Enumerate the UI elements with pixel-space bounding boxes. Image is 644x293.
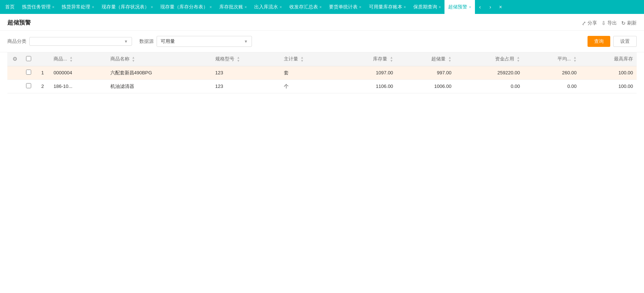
sort-capital-icon: ▲▼ — [517, 56, 520, 63]
nav-item-9[interactable]: 可用量库存账本 × — [365, 0, 410, 14]
nav-item-7[interactable]: 收发存汇总表 × — [286, 0, 325, 14]
table-header-row: ⚙ 商品... ▲▼ 商品名称 ▲▼ 规格型号 — [7, 52, 637, 66]
gear-icon[interactable]: ⚙ — [12, 56, 17, 62]
row1-code: 0000004 — [50, 66, 107, 79]
nav-next-arrow[interactable]: › — [485, 0, 495, 14]
category-label: 商品分类 — [7, 38, 26, 45]
col-checkbox-header — [22, 52, 35, 66]
row1-checkbox-cell — [22, 66, 35, 79]
category-select[interactable]: ▼ — [29, 37, 132, 46]
nav-close-7[interactable]: × — [319, 5, 322, 9]
col-name-header[interactable]: 商品名称 ▲▼ — [107, 52, 212, 66]
setting-button[interactable]: 设置 — [613, 36, 637, 47]
col-overstock-header[interactable]: 超储量 ▲▼ — [397, 52, 455, 66]
table-row: 2 186-10... 机油滤清器 123 个 1106.00 1006.00 … — [7, 79, 637, 93]
category-filter-group: 商品分类 ▼ — [7, 37, 132, 46]
select-all-checkbox[interactable] — [26, 56, 31, 61]
nav-item-1[interactable]: 拣货任务管理 × — [18, 0, 58, 14]
nav-close-6[interactable]: × — [279, 5, 282, 9]
nav-item-5[interactable]: 库存批次账 × — [216, 0, 250, 14]
row2-unit: 个 — [280, 79, 339, 93]
nav-item-home[interactable]: 首页 — [1, 0, 18, 14]
sort-code-icon: ▲▼ — [69, 56, 73, 63]
nav-item-6[interactable]: 出入库流水 × — [250, 0, 285, 14]
main-table: ⚙ 商品... ▲▼ 商品名称 ▲▼ 规格型号 — [7, 52, 637, 93]
row2-capital: 0.00 — [455, 79, 524, 93]
datasource-select[interactable]: 可用量 ▼ — [157, 36, 252, 47]
col-code-header[interactable]: 商品... ▲▼ — [50, 52, 107, 66]
filter-actions: 查询 设置 — [588, 36, 637, 47]
row2-index: 2 — [35, 79, 50, 93]
row2-gear — [7, 79, 22, 93]
refresh-icon: ↻ — [621, 20, 626, 26]
row1-capital: 259220.00 — [455, 66, 524, 79]
nav-item-8[interactable]: 要货单统计表 × — [325, 0, 365, 14]
row1-index: 1 — [35, 66, 50, 79]
category-chevron-icon: ▼ — [124, 39, 128, 44]
datasource-chevron-icon: ▼ — [244, 39, 248, 44]
row1-stock: 1097.00 — [339, 66, 397, 79]
sort-stock-icon: ▲▼ — [390, 56, 393, 63]
filter-area: 商品分类 ▼ 数据源 可用量 ▼ 查询 设置 — [0, 31, 644, 52]
col-avg-header[interactable]: 平均... ▲▼ — [524, 52, 581, 66]
nav-close-3[interactable]: × — [151, 5, 153, 9]
row1-avg: 260.00 — [524, 66, 581, 79]
row2-name: 机油滤清器 — [107, 79, 212, 93]
col-index-header — [35, 52, 50, 66]
nav-close-11[interactable]: × — [469, 5, 471, 9]
export-button[interactable]: ⇩ 导出 — [601, 20, 617, 26]
share-button[interactable]: ⤤ 分享 — [582, 20, 597, 26]
sort-avg-icon: ▲▼ — [573, 56, 577, 63]
col-gear-header: ⚙ — [7, 52, 22, 66]
col-capital-header[interactable]: 资金占用 ▲▼ — [455, 52, 524, 66]
table-row: 1 0000004 六配套新昌490BPG 123 套 1097.00 997.… — [7, 66, 637, 79]
row1-checkbox[interactable] — [26, 70, 31, 75]
nav-prev-arrow[interactable]: ‹ — [475, 0, 485, 14]
nav-close-4[interactable]: × — [209, 5, 212, 9]
nav-bar: 首页 拣货任务管理 × 拣货异常处理 × 现存量（库存状况表） × 现存量（库存… — [0, 0, 644, 14]
row1-maxstock: 100.00 — [580, 66, 637, 79]
row2-stock: 1106.00 — [339, 79, 397, 93]
datasource-label: 数据源 — [139, 38, 154, 45]
nav-more-arrow[interactable]: × — [495, 0, 506, 14]
sort-unit-icon: ▲▼ — [300, 56, 304, 63]
page-header: 超储预警 ⤤ 分享 ⇩ 导出 ↻ 刷新 — [0, 14, 644, 31]
nav-item-3[interactable]: 现存量（库存状况表） × — [98, 0, 157, 14]
col-spec-header[interactable]: 规格型号 ▲▼ — [212, 52, 280, 66]
col-unit-header[interactable]: 主计量 ▲▼ — [280, 52, 339, 66]
share-icon: ⤤ — [582, 20, 586, 26]
sort-spec-icon: ▲▼ — [237, 56, 240, 63]
nav-close-8[interactable]: × — [359, 5, 361, 9]
row2-checkbox-cell — [22, 79, 35, 93]
header-actions: ⤤ 分享 ⇩ 导出 ↻ 刷新 — [582, 20, 637, 26]
nav-close-9[interactable]: × — [404, 5, 406, 9]
export-icon: ⇩ — [601, 20, 606, 26]
nav-close-1[interactable]: × — [52, 5, 54, 9]
row2-avg: 0.00 — [524, 79, 581, 93]
page-title: 超储预警 — [7, 19, 31, 27]
nav-item-11[interactable]: 超储预警 × — [444, 0, 475, 14]
row2-overstock: 1006.00 — [397, 79, 455, 93]
nav-item-10[interactable]: 保质期查询 × — [410, 0, 444, 14]
row1-overstock: 997.00 — [397, 66, 455, 79]
nav-item-4[interactable]: 现存量（库存分布表） × — [157, 0, 215, 14]
table-container: ⚙ 商品... ▲▼ 商品名称 ▲▼ 规格型号 — [0, 52, 644, 93]
col-stock-header[interactable]: 库存量 ▲▼ — [339, 52, 397, 66]
nav-close-2[interactable]: × — [92, 5, 94, 9]
sort-overstock-icon: ▲▼ — [448, 56, 451, 63]
row1-unit: 套 — [280, 66, 339, 79]
nav-item-2[interactable]: 拣货异常处理 × — [58, 0, 98, 14]
row2-checkbox[interactable] — [26, 83, 31, 88]
row1-gear — [7, 66, 22, 79]
query-button[interactable]: 查询 — [588, 36, 610, 47]
nav-close-5[interactable]: × — [245, 5, 247, 9]
datasource-filter-group: 数据源 可用量 ▼ — [139, 36, 252, 47]
col-maxstock-header[interactable]: 最高库存 — [580, 52, 637, 66]
row2-code: 186-10... — [50, 79, 107, 93]
row1-name: 六配套新昌490BPG — [107, 66, 212, 79]
nav-close-10[interactable]: × — [439, 5, 441, 9]
sort-name-icon: ▲▼ — [132, 56, 135, 63]
refresh-button[interactable]: ↻ 刷新 — [621, 20, 637, 26]
datasource-select-value: 可用量 — [161, 38, 175, 45]
page-content: 超储预警 ⤤ 分享 ⇩ 导出 ↻ 刷新 商品分类 ▼ 数据源 — [0, 14, 644, 293]
